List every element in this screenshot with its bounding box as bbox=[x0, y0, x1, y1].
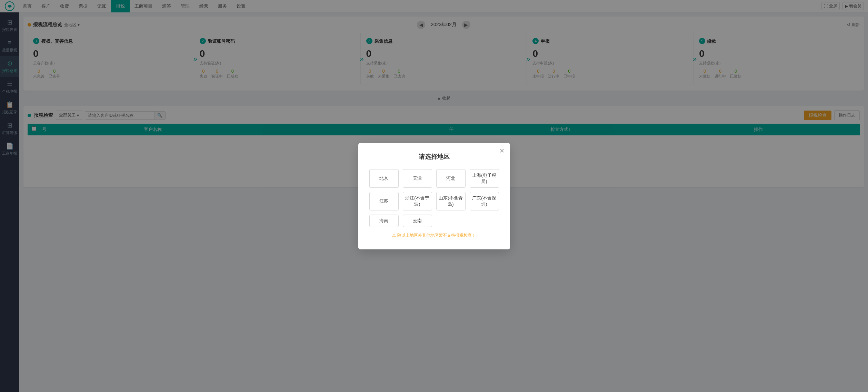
region-beijing[interactable]: 北京 bbox=[369, 169, 399, 188]
modal-close-button[interactable]: ✕ bbox=[499, 148, 505, 154]
modal-warning: ⚠ 除以上地区外其他地区暂不支持报税检查！ bbox=[369, 233, 499, 238]
region-guangdong[interactable]: 广东(不含深圳) bbox=[470, 192, 499, 210]
region-selection-modal: ✕ 请选择地区 北京 天津 河北 上海(电子税局) 江苏 浙江(不含宁波) 山东… bbox=[358, 143, 510, 249]
modal-title: 请选择地区 bbox=[369, 153, 499, 161]
region-hebei[interactable]: 河北 bbox=[436, 169, 466, 188]
region-tianjin[interactable]: 天津 bbox=[403, 169, 432, 188]
warning-icon: ⚠ bbox=[392, 233, 396, 238]
region-empty-2 bbox=[470, 215, 499, 227]
region-grid-row3: 海南 云南 bbox=[369, 215, 499, 227]
region-grid-row1: 北京 天津 河北 上海(电子税局) bbox=[369, 169, 499, 188]
region-shanghai[interactable]: 上海(电子税局) bbox=[470, 169, 499, 188]
region-hainan[interactable]: 海南 bbox=[369, 215, 399, 227]
region-grid-row2: 江苏 浙江(不含宁波) 山东(不含青岛) 广东(不含深圳) bbox=[369, 192, 499, 210]
region-empty-1 bbox=[436, 215, 466, 227]
region-jiangsu[interactable]: 江苏 bbox=[369, 192, 399, 210]
region-shandong[interactable]: 山东(不含青岛) bbox=[436, 192, 466, 210]
warning-text: 除以上地区外其他地区暂不支持报税检查！ bbox=[397, 233, 476, 238]
region-yunnan[interactable]: 云南 bbox=[403, 215, 432, 227]
modal-overlay[interactable]: ✕ 请选择地区 北京 天津 河北 上海(电子税局) 江苏 浙江(不含宁波) 山东… bbox=[0, 0, 868, 392]
region-zhejiang[interactable]: 浙江(不含宁波) bbox=[403, 192, 432, 210]
